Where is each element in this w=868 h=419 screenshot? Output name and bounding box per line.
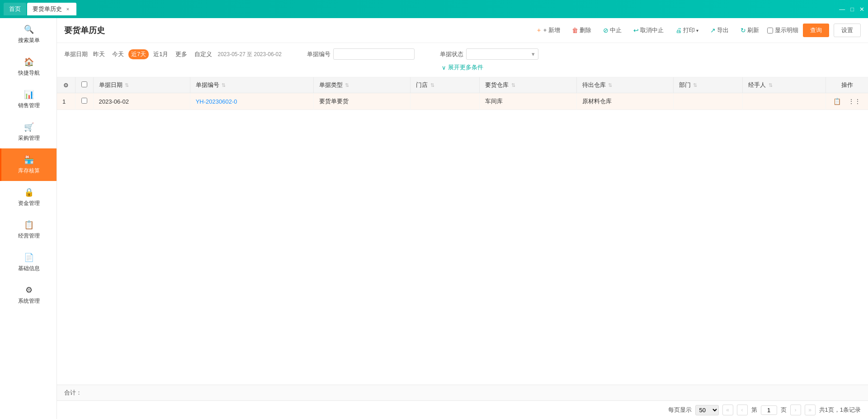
th-req-warehouse[interactable]: 要货仓库 ⇅ [480, 77, 576, 93]
sort-number-icon: ⇅ [222, 82, 226, 88]
sidebar-item-basic-info-label: 基础信息 [18, 265, 40, 272]
window-maximize[interactable]: □ [850, 6, 854, 13]
row-more-button[interactable]: ⋮⋮ [846, 97, 863, 106]
row-req-warehouse: 车间库 [480, 93, 576, 110]
th-department[interactable]: 部门 ⇅ [673, 77, 742, 93]
sidebar-item-inventory[interactable]: 🏪 库存核算 [0, 148, 57, 181]
row-ops-container: 📋 ⋮⋮ [831, 97, 863, 106]
sum-label: 合计： [64, 389, 82, 397]
top-bar: 首页 要货单历史 × — □ ✕ [0, 0, 868, 18]
show-detail-toggle[interactable]: 显示明细 [767, 26, 798, 34]
settings-button[interactable]: 设置 [834, 24, 861, 37]
date-filter-group: 单据日期 昨天 今天 近7天 近1月 更多 自定义 2023-05-27 至 2… [64, 49, 282, 59]
sidebar-item-search[interactable]: 🔍 搜索菜单 [0, 18, 57, 51]
date-shortcut-custom[interactable]: 自定义 [192, 49, 215, 59]
tab-history-label: 要货单历史 [33, 5, 62, 13]
export-button[interactable]: ↗ 导出 [707, 24, 732, 36]
sort-department-icon: ⇅ [693, 82, 697, 88]
row-type: 要货单要货 [313, 93, 410, 110]
window-close[interactable]: ✕ [859, 6, 864, 13]
purchase-icon: 🛒 [24, 122, 34, 132]
next-page-button[interactable]: › [790, 405, 801, 415]
export-icon: ↗ [710, 27, 716, 34]
delete-label: 删除 [580, 26, 591, 34]
print-button[interactable]: 🖨 打印 ▾ [672, 24, 702, 36]
sales-icon: 📊 [24, 90, 34, 100]
date-shortcut-more[interactable]: 更多 [173, 49, 190, 59]
window-minimize[interactable]: — [839, 6, 845, 13]
toolbar: ＋ + 新增 🗑 删除 ⊘ 中止 ↩ 取消中止 [532, 24, 861, 37]
inventory-icon: 🏪 [24, 155, 34, 165]
pagination-bar: 每页显示 20 50 100 200 « ‹ 第 页 › » 共1页，1条记录 [57, 400, 868, 419]
show-detail-checkbox[interactable] [767, 28, 773, 33]
sidebar-item-system-label: 系统管理 [18, 297, 40, 305]
date-shortcut-7days[interactable]: 近7天 [128, 49, 149, 59]
sidebar-item-finance[interactable]: 🔒 资金管理 [0, 181, 57, 214]
tab-home[interactable]: 首页 [4, 3, 26, 15]
query-button[interactable]: 查询 [803, 24, 829, 37]
page-content: 要货单历史 ＋ + 新增 🗑 删除 ⊘ 中止 ↩ [57, 18, 868, 419]
basic-info-icon: 📄 [24, 252, 34, 262]
print-dropdown-icon: ▾ [696, 28, 698, 33]
doc-number-input[interactable] [333, 48, 415, 60]
page-input[interactable] [761, 405, 777, 415]
page-label: 第 [751, 406, 757, 414]
first-page-button[interactable]: « [722, 405, 733, 415]
sidebar-item-sales[interactable]: 📊 销售管理 [0, 83, 57, 116]
date-shortcut-1month[interactable]: 近1月 [151, 49, 171, 59]
doc-number-label: 单据编号 [307, 50, 330, 58]
sidebar-item-purchase[interactable]: 🛒 采购管理 [0, 116, 57, 148]
select-all-checkbox[interactable] [81, 81, 87, 87]
table-header: ⚙ 单据日期 ⇅ 单据编号 ⇅ 单据类型 ⇅ 门店 ⇅ 要货仓库 ⇅ 待出仓库 … [57, 77, 868, 93]
per-page-select[interactable]: 20 50 100 200 [695, 405, 719, 415]
finance-icon: 🔒 [24, 187, 34, 197]
row-checkbox[interactable] [81, 98, 87, 104]
tab-history[interactable]: 要货单历史 × [27, 3, 76, 15]
sidebar-item-operations[interactable]: 📋 经营管理 [0, 214, 57, 246]
delete-button[interactable]: 🗑 删除 [568, 24, 595, 36]
th-date[interactable]: 单据日期 ⇅ [93, 77, 190, 93]
print-label: 打印 [683, 26, 695, 34]
th-type[interactable]: 单据类型 ⇅ [313, 77, 410, 93]
sort-date-icon: ⇅ [125, 82, 129, 88]
expand-more-button[interactable]: ∨ 展开更多条件 [442, 63, 483, 71]
show-detail-label: 显示明细 [775, 26, 798, 34]
prev-page-button[interactable]: ‹ [737, 405, 748, 415]
th-pending-warehouse[interactable]: 待出仓库 ⇅ [576, 77, 673, 93]
export-label: 导出 [717, 26, 729, 34]
stop-button[interactable]: ⊘ 中止 [599, 24, 625, 36]
last-page-button[interactable]: » [805, 405, 816, 415]
table-area: ⚙ 单据日期 ⇅ 单据编号 ⇅ 单据类型 ⇅ 门店 ⇅ 要货仓库 ⇅ 待出仓库 … [57, 77, 868, 385]
doc-status-filter-group: 单据状态 [440, 48, 538, 60]
th-settings[interactable]: ⚙ [57, 77, 75, 93]
row-edit-button[interactable]: 📋 [831, 97, 843, 106]
sidebar-item-purchase-label: 采购管理 [18, 134, 40, 142]
tab-close-icon[interactable]: × [65, 6, 71, 12]
sidebar-item-basic-info[interactable]: 📄 基础信息 [0, 246, 57, 279]
row-store [410, 93, 479, 110]
sidebar-item-sales-label: 销售管理 [18, 102, 40, 110]
table-row[interactable]: 1 2023-06-02 YH-20230602-0 要货单要货 车间库 [57, 93, 868, 110]
record-link[interactable]: YH-20230602-0 [196, 98, 237, 105]
new-button[interactable]: ＋ + 新增 [532, 24, 564, 36]
footer-sum: 合计： [57, 385, 868, 400]
doc-status-select[interactable] [466, 48, 538, 60]
sidebar-item-operations-label: 经营管理 [18, 232, 40, 240]
refresh-label: 刷新 [747, 26, 759, 34]
row-checkbox-cell [75, 93, 93, 110]
th-handler[interactable]: 经手人 ⇅ [743, 77, 826, 93]
date-shortcut-yesterday[interactable]: 昨天 [90, 49, 108, 59]
row-number: YH-20230602-0 [190, 93, 313, 110]
sidebar-item-system[interactable]: ⚙ 系统管理 [0, 279, 57, 311]
cancel-stop-button[interactable]: ↩ 取消中止 [630, 24, 667, 36]
table-header-row: ⚙ 单据日期 ⇅ 单据编号 ⇅ 单据类型 ⇅ 门店 ⇅ 要货仓库 ⇅ 待出仓库 … [57, 77, 868, 93]
row-ops: 📋 ⋮⋮ [826, 93, 868, 110]
date-range-value: 2023-05-27 至 2023-06-02 [217, 51, 281, 58]
date-shortcut-today[interactable]: 今天 [109, 49, 127, 59]
th-store[interactable]: 门店 ⇅ [410, 77, 479, 93]
sidebar-item-finance-label: 资金管理 [18, 200, 40, 207]
stop-icon: ⊘ [603, 27, 609, 34]
th-number[interactable]: 单据编号 ⇅ [190, 77, 313, 93]
refresh-button[interactable]: ↻ 刷新 [737, 24, 763, 36]
sidebar-item-quick-nav[interactable]: 🏠 快捷导航 [0, 51, 57, 83]
